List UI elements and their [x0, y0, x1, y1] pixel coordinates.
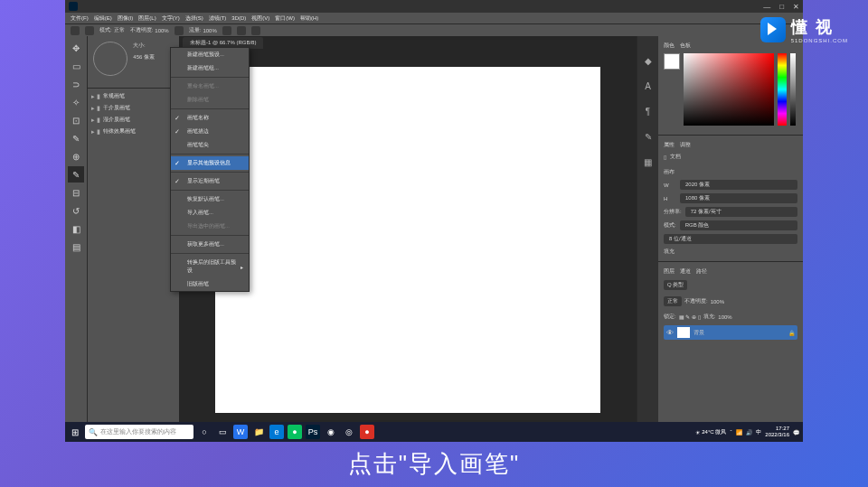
- menu-item[interactable]: ✓画笔名称: [171, 111, 249, 125]
- cortana-icon[interactable]: ○: [197, 425, 212, 439]
- tab-channels[interactable]: 通道: [680, 267, 691, 276]
- right-panels: 颜色色板 属性调整 ▯文档 画布 W2020 像素 H1080 像素 分辨率:7…: [658, 36, 803, 442]
- heal-tool[interactable]: ⊕: [68, 148, 84, 164]
- tab-color[interactable]: 颜色: [664, 42, 675, 50]
- weather-widget[interactable]: ☀24°C 微风: [695, 428, 726, 436]
- maximize-icon[interactable]: □: [779, 3, 784, 11]
- menu-item[interactable]: ✓显示近期画笔: [171, 174, 249, 188]
- layer-opacity[interactable]: 100%: [711, 299, 724, 304]
- wand-tool[interactable]: ✧: [68, 94, 84, 110]
- folder-dry[interactable]: ▸ ▮干介质画笔: [88, 102, 179, 114]
- lock-icons[interactable]: ▦ ✎ ⊕ ▯: [679, 314, 701, 320]
- layer-background[interactable]: 👁 背景 🔒: [664, 325, 797, 340]
- brushset-icon[interactable]: ✎: [642, 130, 655, 143]
- para-icon[interactable]: ¶: [642, 105, 655, 117]
- airbrush-icon[interactable]: [222, 26, 231, 35]
- volume-icon[interactable]: 🔊: [746, 429, 752, 435]
- width-field[interactable]: 2020 像素: [680, 180, 797, 190]
- lasso-tool[interactable]: ⊃: [68, 76, 84, 92]
- char-icon[interactable]: A: [642, 80, 655, 92]
- menu-view[interactable]: 视图(V): [250, 14, 271, 23]
- menu-item[interactable]: 获取更多画笔...: [171, 238, 249, 251]
- brush-tool[interactable]: ✎: [68, 166, 84, 183]
- app-icon[interactable]: ◉: [324, 425, 338, 439]
- eraser-tool[interactable]: ◧: [68, 220, 84, 237]
- menu-item[interactable]: 恢复默认画笔...: [171, 192, 249, 206]
- gradient-tool[interactable]: ▤: [68, 239, 84, 255]
- crop-tool[interactable]: ⊡: [68, 112, 84, 128]
- menu-3d[interactable]: 3D(D): [230, 15, 248, 21]
- ime-icon[interactable]: 中: [756, 428, 761, 436]
- bits-field[interactable]: 8 位/通道: [664, 234, 797, 244]
- move-tool[interactable]: ✥: [68, 40, 84, 56]
- opt-opacity[interactable]: 不透明度:100%: [130, 26, 169, 34]
- tray-chevron-icon[interactable]: ˄: [730, 429, 732, 435]
- taskview-icon[interactable]: ▭: [215, 425, 230, 439]
- menu-help[interactable]: 帮助(H): [298, 14, 320, 23]
- menu-edit[interactable]: 编辑(E): [92, 14, 114, 23]
- menu-item[interactable]: 导入画笔...: [171, 206, 249, 220]
- menu-item[interactable]: 旧版画笔: [171, 277, 249, 291]
- tab-paths[interactable]: 路径: [696, 267, 707, 276]
- layer-fill[interactable]: 100%: [718, 314, 731, 320]
- blend-mode[interactable]: 正常: [664, 296, 682, 306]
- eyedrop-tool[interactable]: ✎: [68, 130, 84, 146]
- alpha-slider[interactable]: [790, 53, 796, 126]
- notif-icon[interactable]: 💬: [793, 429, 799, 435]
- network-icon[interactable]: 📶: [736, 429, 742, 435]
- menu-type[interactable]: 文字(Y): [160, 14, 182, 23]
- smoothing-icon[interactable]: [237, 26, 246, 35]
- menu-item[interactable]: 画笔笔尖: [171, 138, 249, 152]
- swatch-icon[interactable]: ▦: [642, 155, 655, 168]
- brush-preset-icon[interactable]: [85, 26, 94, 35]
- layer-filter[interactable]: Q 类型: [664, 280, 687, 290]
- clock[interactable]: 17:27 2022/3/16: [765, 426, 789, 437]
- mode-field[interactable]: RGB 颜色: [680, 220, 797, 230]
- res-field[interactable]: 72 像素/英寸: [685, 207, 797, 217]
- stamp-tool[interactable]: ⊟: [68, 184, 84, 201]
- explorer-icon[interactable]: 📁: [251, 425, 266, 439]
- tab-adjust[interactable]: 调整: [680, 141, 691, 149]
- menu-image[interactable]: 图像(I): [116, 14, 136, 23]
- fg-swatch[interactable]: [664, 53, 680, 70]
- marquee-tool[interactable]: ▭: [68, 58, 84, 74]
- search-box[interactable]: 🔍 在这里输入你要搜索的内容: [85, 425, 193, 439]
- menu-file[interactable]: 文件(F): [69, 14, 90, 23]
- symmetry-icon[interactable]: [251, 26, 260, 35]
- history-icon[interactable]: ◆: [642, 54, 655, 67]
- folder-wet[interactable]: ▸ ▮湿介质画笔: [88, 114, 179, 126]
- menu-select[interactable]: 选择(S): [184, 14, 205, 23]
- close-icon[interactable]: ✕: [793, 3, 799, 11]
- history-brush-tool[interactable]: ↺: [68, 202, 84, 219]
- start-button[interactable]: ⊞: [69, 426, 81, 438]
- color-spectrum[interactable]: [684, 53, 774, 126]
- hue-slider[interactable]: [778, 53, 787, 126]
- menu-window[interactable]: 窗口(W): [273, 14, 297, 23]
- visibility-icon[interactable]: 👁: [666, 329, 674, 337]
- minimize-icon[interactable]: —: [763, 3, 770, 11]
- menu-item[interactable]: 新建画笔组...: [171, 61, 249, 75]
- tab-layers[interactable]: 图层: [664, 267, 675, 276]
- height-field[interactable]: 1080 像素: [680, 193, 797, 203]
- size-value[interactable]: 456 像素: [133, 53, 155, 61]
- edge-icon[interactable]: e: [269, 425, 284, 439]
- folder-general[interactable]: ▸ ▮常规画笔: [88, 90, 179, 102]
- opt-flow[interactable]: 流量:100%: [189, 26, 217, 34]
- home-icon[interactable]: [71, 26, 80, 35]
- menu-filter[interactable]: 滤镜(T): [207, 14, 229, 23]
- tab-swatches[interactable]: 色板: [680, 42, 691, 50]
- app2-icon[interactable]: ◎: [342, 425, 356, 439]
- menu-item[interactable]: 转换后的旧版工具预设▸: [171, 256, 249, 277]
- canvas[interactable]: [215, 67, 600, 413]
- word-icon[interactable]: W: [233, 425, 248, 439]
- menu-item[interactable]: 新建画笔预设...: [171, 48, 249, 61]
- menu-layer[interactable]: 图层(L): [137, 14, 157, 23]
- ps-task-icon[interactable]: Ps: [306, 425, 320, 439]
- pressure-opacity-icon[interactable]: [175, 26, 184, 35]
- tab-properties[interactable]: 属性: [664, 141, 675, 149]
- record-icon[interactable]: ●: [360, 425, 374, 439]
- folder-fx[interactable]: ▸ ▮特殊效果画笔: [88, 126, 179, 137]
- menu-item[interactable]: ✓画笔描边: [171, 125, 249, 138]
- wechat-icon[interactable]: ●: [288, 425, 302, 439]
- menu-item[interactable]: ✓显示其他预设信息: [171, 156, 249, 170]
